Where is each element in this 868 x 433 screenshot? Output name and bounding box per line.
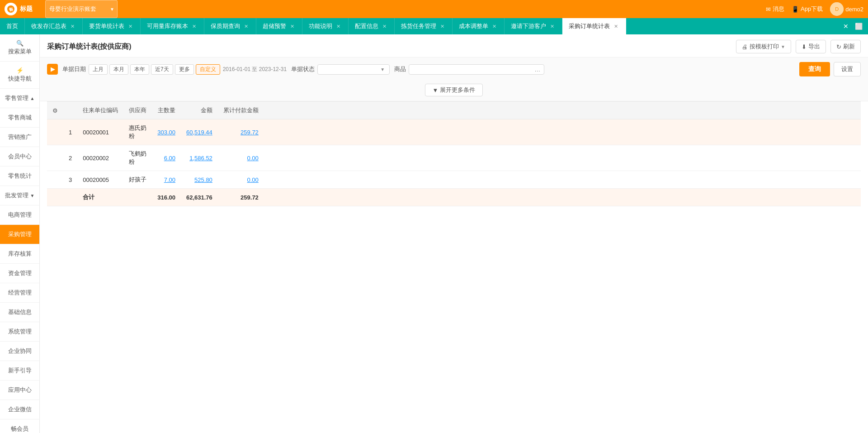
sidebar-item-vip[interactable]: 畅会员 [0,419,39,433]
tab-func-desc[interactable]: 功能说明 ✕ [302,18,349,34]
refresh-btn[interactable]: ↻ 刷新 [830,40,861,53]
row-amount-link[interactable]: 1,586.52 [189,155,212,162]
status-select-input[interactable] [321,66,380,73]
tab-overstock-close[interactable]: ✕ [289,23,296,30]
row-amount-link[interactable]: 60,519.44 [186,129,212,136]
message-btn[interactable]: ✉ 消息 [766,5,784,13]
tab-available-stock[interactable]: 可用量库存账本 ✕ [141,18,204,34]
tab-order-stats[interactable]: 要货单统计表 ✕ [83,18,141,34]
sidebar-item-shortcut[interactable]: ⚡ 快捷导航 [0,62,39,89]
sidebar-item-retail-shop[interactable]: 零售商城 [0,108,39,128]
row-qty-link[interactable]: 7.00 [164,176,175,183]
footer-label-cell: 合计 [77,189,152,206]
goods-input-wrapper[interactable]: … [409,64,544,75]
user-avatar-btn[interactable]: D demo2 [830,2,863,16]
date-this-year-btn[interactable]: 本年 [130,64,149,75]
row-qty-link[interactable]: 303.00 [157,129,175,136]
tab-overstock[interactable]: 超储预警 ✕ [256,18,302,34]
sidebar-item-ecommerce[interactable]: 电商管理 [0,205,39,225]
app-download-label: App下载 [801,5,823,13]
capital-label: 资金管理 [8,269,32,277]
tab-cost-adjust-close[interactable]: ✕ [491,23,498,30]
app-download-btn[interactable]: 📱 App下载 [792,5,823,13]
row-index: 3 [63,171,77,189]
date-more-btn[interactable]: 更多 [175,64,194,75]
row-paid-amount-link[interactable]: 0.00 [247,176,259,183]
close-tab-icon[interactable]: ✕ [840,21,851,32]
sidebar-item-inventory[interactable]: 库存核算 [0,244,39,264]
tab-cost-adjust[interactable]: 成本调整单 ✕ [453,18,505,34]
workspace-label: 母婴行业演示账套 [49,5,96,13]
date-range-text: 2016-01-01 至 2023-12-31 [223,66,287,73]
message-icon: ✉ [766,6,771,13]
sidebar-item-purchase[interactable]: 采购管理 [0,225,39,244]
date-last-month-btn[interactable]: 上月 [89,64,108,75]
sidebar-search-label: 搜索菜单 [8,48,32,56]
tab-invite-downstream[interactable]: 邀请下游客户 ✕ [505,18,562,34]
tab-available-stock-close[interactable]: ✕ [191,23,198,30]
tab-func-desc-close[interactable]: ✕ [335,23,342,30]
maximize-icon[interactable]: ⬜ [852,21,865,32]
status-select-arrow-icon: ▼ [380,67,385,72]
sidebar-item-enterprise-wechat[interactable]: 企业微信 [0,400,39,419]
sidebar-item-marketing[interactable]: 营销推广 [0,128,39,147]
tab-home[interactable]: 首页 [0,18,25,34]
tab-invite-downstream-close[interactable]: ✕ [549,23,556,30]
row-amount-link[interactable]: 525.80 [194,176,212,183]
tab-expiry-query[interactable]: 保质期查询 ✕ [204,18,256,34]
sidebar-item-member[interactable]: 会员中心 [0,147,39,167]
row-unit-code: 00020001 [77,119,123,145]
status-select-wrapper[interactable]: ▼ [317,64,390,75]
sidebar-item-enterprise[interactable]: 企业协同 [0,342,39,361]
date-last7-btn[interactable]: 近7天 [151,64,173,75]
settings-btn[interactable]: 设置 [834,62,861,76]
row-gear-cell [47,171,63,189]
footer-qty: 316.00 [157,194,175,201]
footer-amount-cell: 62,631.76 [181,189,218,206]
sidebar-item-retail[interactable]: 零售管理 ▲ [0,89,39,108]
marketing-label: 营销推广 [8,133,32,141]
enterprise-wechat-label: 企业微信 [8,405,32,414]
export-btn[interactable]: ⬇ 导出 [796,40,826,53]
sidebar-item-system[interactable]: 系统管理 [0,322,39,342]
goods-more-icon: … [534,66,540,73]
template-print-btn[interactable]: 🖨 按模板打印 ▼ [736,40,791,53]
sidebar-item-operation[interactable]: 经营管理 [0,283,39,303]
date-custom-btn[interactable]: 自定义 [196,64,220,75]
template-print-arrow-icon: ▼ [781,44,785,49]
sidebar-item-new-guide[interactable]: 新手引导 [0,361,39,381]
retail-stats-label: 零售统计 [8,172,32,180]
tab-expiry-query-close[interactable]: ✕ [243,23,250,30]
tab-order-stats-close[interactable]: ✕ [127,23,134,30]
expand-more-arrow-icon: ▼ [433,87,439,94]
row-paid-amount-link[interactable]: 0.00 [247,155,259,162]
tab-purchase-stats[interactable]: 采购订单统计表 ✕ [562,18,626,34]
tab-purchase-stats-close[interactable]: ✕ [613,23,619,30]
expand-more-btn[interactable]: ▼ 展开更多条件 [425,84,483,96]
tab-pick-task[interactable]: 拣货任务管理 ✕ [395,18,453,34]
sidebar-item-capital[interactable]: 资金管理 [0,264,39,283]
tab-config-info-label: 配置信息 [355,22,378,30]
retail-label: 零售管理 [5,94,28,102]
tab-receive-send[interactable]: 收发存汇总表 ✕ [25,18,83,34]
gear-icon[interactable]: ⚙ [52,107,58,114]
sidebar-item-retail-stats[interactable]: 零售统计 [0,167,39,186]
query-btn[interactable]: 查询 [799,62,830,76]
row-unit-code: 00020005 [77,171,123,189]
tab-config-info-close[interactable]: ✕ [381,23,388,30]
sidebar-item-search[interactable]: 🔍 搜索菜单 [0,34,39,62]
basic-info-label: 基础信息 [8,308,32,316]
sidebar-item-app-center[interactable]: 应用中心 [0,381,39,400]
row-paid-amount-link[interactable]: 259.72 [241,129,259,136]
logo-text: 标题 [20,5,33,13]
tab-config-info[interactable]: 配置信息 ✕ [349,18,395,34]
filter-toggle-btn[interactable]: ▶ [47,64,58,75]
date-this-month-btn[interactable]: 本月 [109,64,128,75]
tab-receive-send-close[interactable]: ✕ [69,23,76,30]
goods-search-input[interactable] [413,66,534,73]
tab-pick-task-close[interactable]: ✕ [439,23,446,30]
sidebar-item-basic-info[interactable]: 基础信息 [0,303,39,322]
workspace-selector[interactable]: 母婴行业演示账套 ▼ [45,0,118,18]
row-qty-link[interactable]: 6.00 [164,155,175,162]
sidebar-item-wholesale[interactable]: 批发管理 ▼ [0,186,39,205]
